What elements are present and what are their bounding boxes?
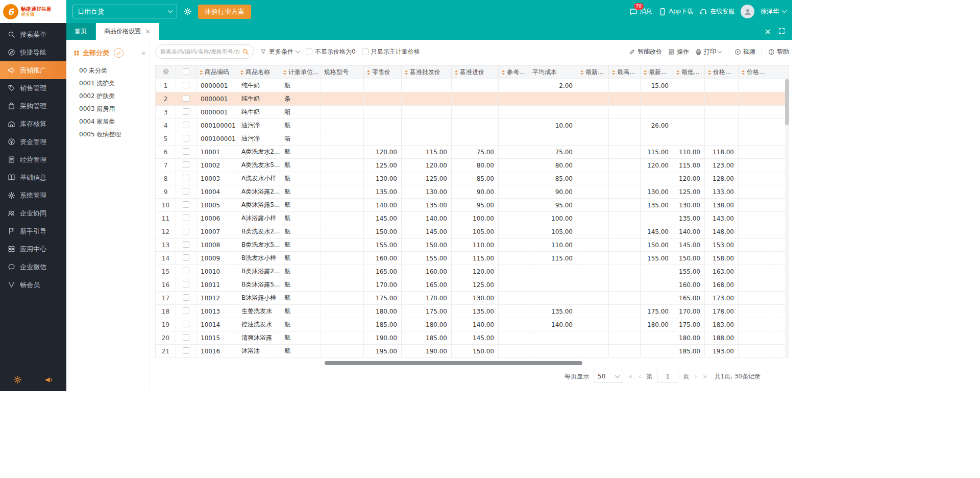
row-checkbox[interactable]: [183, 201, 189, 208]
column-header-base-wholesale-price[interactable]: 基准批发价: [402, 66, 452, 79]
search-icon[interactable]: [242, 48, 249, 55]
row-checkbox[interactable]: [183, 135, 189, 141]
horizontal-scrollbar[interactable]: [155, 361, 789, 366]
column-header-price-2[interactable]: 价格...: [739, 66, 772, 79]
next-page-button[interactable]: ›: [694, 372, 698, 380]
sidebar-item-畅会员[interactable]: 畅会员: [0, 276, 66, 294]
sort-icon[interactable]: [455, 70, 458, 75]
table-row[interactable]: 10000001纯牛奶瓶2.0015.00: [156, 79, 789, 92]
column-header-latest-2[interactable]: 最新...: [641, 66, 673, 79]
column-header-retail-price[interactable]: 零售价: [364, 66, 402, 79]
column-header-unit[interactable]: 计量单位...: [280, 66, 321, 79]
table-row[interactable]: 1710012B沐浴露小样瓶175.00170.00130.00165.0017…: [156, 292, 789, 305]
close-icon[interactable]: ×: [765, 28, 771, 36]
table-row[interactable]: 4000100001油污净瓶10.0026.00: [156, 119, 789, 132]
table-row[interactable]: 710002A类洗发水5...瓶125.00120.0080.0080.0012…: [156, 159, 789, 172]
video-button[interactable]: 视频: [734, 47, 755, 56]
messages-button[interactable]: 70 消息: [629, 7, 652, 16]
sidebar-item-应用中心[interactable]: 应用中心: [0, 240, 66, 258]
sidebar-item-新手引导[interactable]: 新手引导: [0, 222, 66, 240]
fullscreen-icon[interactable]: [778, 27, 785, 36]
collapse-panel-icon[interactable]: «: [141, 49, 145, 57]
row-checkbox[interactable]: [183, 188, 189, 195]
column-header-base-purchase-price[interactable]: 基准进价: [452, 66, 499, 79]
tab-home[interactable]: 首页: [66, 23, 95, 40]
smart-reprice-button[interactable]: 智能改价: [629, 47, 662, 56]
sort-icon[interactable]: [580, 70, 583, 75]
table-row[interactable]: 1110006A沐浴露小样瓶145.00140.00100.00100.0013…: [156, 212, 789, 225]
sidebar-item-经营管理[interactable]: 经营管理: [0, 151, 66, 169]
sidebar-item-销售管理[interactable]: 销售管理: [0, 79, 66, 97]
sort-icon[interactable]: [200, 70, 203, 75]
sidebar-item-搜索菜单[interactable]: 搜索菜单: [0, 26, 66, 43]
table-row[interactable]: 610001A类洗发水2...瓶120.00115.0075.0075.0011…: [156, 146, 789, 159]
category-item[interactable]: 0001 洗护类: [66, 77, 150, 90]
table-row[interactable]: 5000100001油污净箱: [156, 132, 789, 146]
table-row[interactable]: 910004A类沐浴露2...瓶135.00130.0090.0090.0013…: [156, 185, 789, 199]
only-main-unit-checkbox[interactable]: 只显示主计量价格: [362, 47, 420, 56]
category-item[interactable]: 0005 收纳整理: [66, 128, 150, 141]
column-header-lowest[interactable]: 最低...: [673, 66, 705, 79]
column-header-product-code[interactable]: 商品编码: [197, 66, 237, 79]
row-checkbox[interactable]: [183, 148, 189, 155]
sidebar-item-资金管理[interactable]: 资金管理: [0, 133, 66, 151]
category-item[interactable]: 00 未分类: [66, 64, 150, 77]
table-row[interactable]: 1010005A类沐浴露5...瓶140.00135.0095.0095.001…: [156, 199, 789, 212]
row-checkbox[interactable]: [183, 122, 189, 128]
row-checkbox[interactable]: [183, 228, 189, 234]
prev-page-button[interactable]: ‹: [638, 372, 642, 380]
help-button[interactable]: 帮助: [768, 47, 789, 56]
column-header-price-1[interactable]: 价格...: [705, 66, 739, 79]
sort-icon[interactable]: [502, 70, 505, 75]
table-row[interactable]: 1510010B类沐浴露2...瓶165.00160.00120.00155.0…: [156, 265, 789, 278]
first-page-button[interactable]: «: [628, 372, 633, 380]
column-settings-gear-icon[interactable]: [162, 68, 169, 75]
sidebar-item-库存核算[interactable]: 库存核算: [0, 115, 66, 133]
sort-icon[interactable]: [676, 70, 679, 75]
horizontal-scrollbar-thumb[interactable]: [325, 361, 582, 365]
vertical-scrollbar[interactable]: [785, 79, 789, 358]
more-conditions-button[interactable]: 更多条件: [260, 47, 300, 56]
row-checkbox[interactable]: [183, 214, 189, 221]
select-all-checkbox[interactable]: [183, 68, 189, 75]
sort-icon[interactable]: [708, 70, 711, 75]
trial-industry-button[interactable]: 体验行业方案: [198, 5, 251, 19]
table-row[interactable]: 2110016沐浴油瓶195.00190.00150.00185.00193.0…: [156, 345, 789, 358]
page-input[interactable]: [657, 370, 678, 383]
sort-icon[interactable]: [240, 70, 243, 75]
announcement-horn-icon[interactable]: [44, 375, 53, 386]
table-row[interactable]: 30000001纯牛奶箱: [156, 106, 789, 119]
row-checkbox[interactable]: [183, 241, 189, 248]
table-row[interactable]: 2010015清爽沐浴露瓶190.00185.00145.00180.00188…: [156, 331, 789, 345]
table-row[interactable]: 20000001纯牛奶条: [156, 92, 789, 106]
operate-button[interactable]: 操作: [668, 47, 689, 56]
sort-icon[interactable]: [405, 70, 408, 75]
per-page-select[interactable]: 50: [594, 370, 623, 383]
column-header-product-name[interactable]: 商品名称: [237, 66, 280, 79]
sidebar-item-快捷导航[interactable]: 快捷导航: [0, 43, 66, 61]
row-checkbox[interactable]: [183, 254, 189, 261]
sort-icon[interactable]: [612, 70, 615, 75]
column-header-highest[interactable]: 最高...: [609, 66, 641, 79]
table-row[interactable]: 1610011B类沐浴露5...瓶170.00165.00125.00160.0…: [156, 278, 789, 292]
close-tab-icon[interactable]: ×: [145, 28, 151, 35]
industry-select[interactable]: 日用百货: [72, 5, 177, 18]
row-checkbox[interactable]: [183, 161, 189, 168]
topbar-gear-icon[interactable]: [183, 7, 192, 16]
row-checkbox[interactable]: [183, 82, 189, 88]
row-checkbox[interactable]: [183, 347, 189, 354]
sidebar-item-基础信息[interactable]: 基础信息: [0, 169, 66, 186]
online-service-button[interactable]: 在线客服: [699, 7, 734, 16]
sidebar-item-企业协同[interactable]: 企业协同: [0, 204, 66, 222]
sidebar-item-企业微信[interactable]: 企业微信: [0, 258, 66, 276]
sort-icon[interactable]: [742, 70, 745, 75]
row-checkbox[interactable]: [183, 334, 189, 341]
sidebar-item-营销推广[interactable]: 营销推广: [0, 61, 66, 79]
sort-icon[interactable]: [644, 70, 647, 75]
print-button[interactable]: 打印: [695, 47, 722, 56]
vertical-scrollbar-thumb[interactable]: [785, 79, 789, 125]
column-header-latest-1[interactable]: 最新...: [577, 66, 609, 79]
table-row[interactable]: 1310008B类洗发水5...瓶155.00150.00110.00110.0…: [156, 238, 789, 252]
sidebar-item-系统管理[interactable]: 系统管理: [0, 186, 66, 204]
row-checkbox[interactable]: [183, 281, 189, 288]
